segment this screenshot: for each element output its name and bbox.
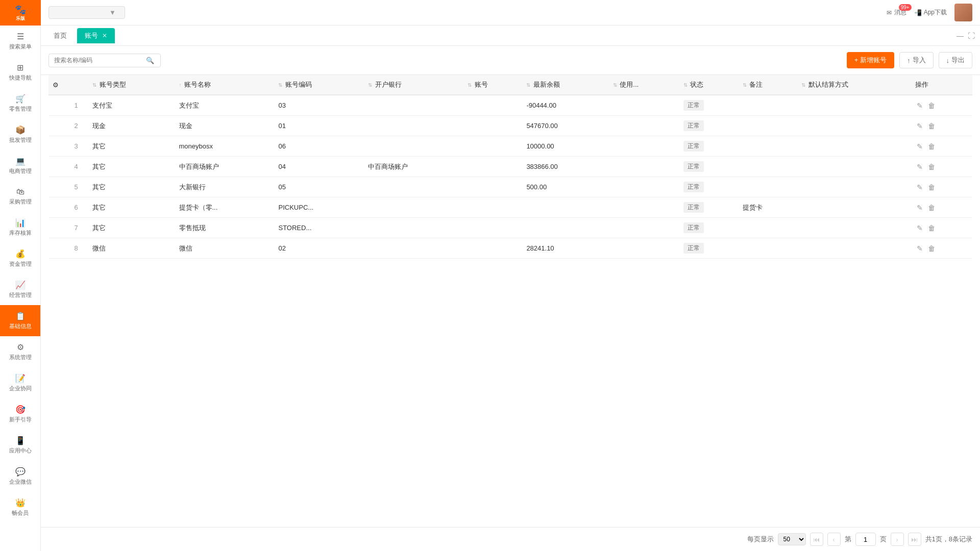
row-status-cell: 正常 xyxy=(679,157,739,177)
newbie-guide-icon: 🎯 xyxy=(15,405,26,414)
row-settings-cell xyxy=(48,238,64,259)
tab-close-icon[interactable]: ✕ xyxy=(102,32,107,39)
sidebar-item-app-center[interactable]: 📱 应用中心 xyxy=(0,430,40,461)
delete-icon[interactable]: 🗑 xyxy=(928,122,935,130)
sidebar-item-capital-mgmt[interactable]: 💰 资金管理 xyxy=(0,243,40,274)
table-row: 4 其它 中百商场账户 04 中百商场账户 383866.00 正常 ✎ 🗑 xyxy=(48,157,972,177)
status-badge: 正常 xyxy=(683,243,704,254)
export-button[interactable]: ↓ 导出 xyxy=(939,52,973,68)
sidebar-item-search-menu[interactable]: ☰ 搜索菜单 xyxy=(0,26,40,57)
col-status-label: 状态 xyxy=(690,81,703,88)
import-button[interactable]: ↑ 导入 xyxy=(899,52,934,68)
messages-button[interactable]: ✉ 消息 99+ xyxy=(887,8,906,17)
sidebar-item-enterprise-wechat[interactable]: 💬 企业微信 xyxy=(0,461,40,492)
tab-home[interactable]: 首页 xyxy=(46,28,75,43)
col-account-name[interactable]: ↑ 账号名称 xyxy=(175,75,275,95)
table-header-row: ⚙ ⇅ 账号类型 ↑ 账号名称 ⇅ xyxy=(48,75,972,95)
col-latest-balance[interactable]: ⇅ 最新余额 xyxy=(522,75,608,95)
delete-icon[interactable]: 🗑 xyxy=(928,204,935,212)
edit-icon[interactable]: ✎ xyxy=(917,244,923,253)
row-account-no-cell xyxy=(463,116,522,136)
tab-account[interactable]: 账号 ✕ xyxy=(77,28,115,43)
edit-icon[interactable]: ✎ xyxy=(917,224,923,232)
logo-text: 乐版 xyxy=(16,15,25,22)
add-account-button[interactable]: + 新增账号 xyxy=(847,52,894,68)
edit-icon[interactable]: ✎ xyxy=(917,183,923,191)
col-usage[interactable]: ⇅ 使用... xyxy=(609,75,679,95)
enterprise-wechat-icon: 💬 xyxy=(15,467,26,477)
row-latest-balance-cell: 10000.00 xyxy=(522,136,608,157)
search-icon[interactable]: 🔍 xyxy=(146,57,154,64)
col-action: 操作 xyxy=(911,75,972,95)
search-wrap[interactable]: 🔍 xyxy=(48,54,161,67)
row-action-cell: ✎ 🗑 xyxy=(911,197,972,218)
sidebar-item-system-mgmt[interactable]: ⚙ 系统管理 xyxy=(0,336,40,367)
messages-badge: 99+ xyxy=(899,4,912,11)
edit-icon[interactable]: ✎ xyxy=(917,142,923,151)
minimize-icon[interactable]: — xyxy=(957,32,964,40)
row-usage-cell xyxy=(609,177,679,197)
status-badge: 正常 xyxy=(683,161,704,172)
sidebar-item-ecommerce-mgmt[interactable]: 💻 电商管理 xyxy=(0,150,40,181)
delete-icon[interactable]: 🗑 xyxy=(928,183,935,191)
top-search-dropdown-icon[interactable]: ▼ xyxy=(109,9,116,16)
last-page-button[interactable]: ⏭ xyxy=(908,533,921,546)
row-default-settlement-cell xyxy=(797,157,911,177)
col-status[interactable]: ⇅ 状态 xyxy=(679,75,739,95)
maximize-icon[interactable]: ⛶ xyxy=(968,32,975,40)
sidebar-item-inventory-calc[interactable]: 📊 库存核算 xyxy=(0,212,40,243)
top-search-input[interactable] xyxy=(53,9,109,16)
col-account-type[interactable]: ⇅ 账号类型 xyxy=(88,75,175,95)
sidebar-item-vip-member[interactable]: 👑 畅会员 xyxy=(0,492,40,523)
row-account-type-cell: 微信 xyxy=(88,238,175,259)
row-status-cell: 正常 xyxy=(679,136,739,157)
sidebar-item-wholesale-mgmt[interactable]: 📦 批发管理 xyxy=(0,119,40,150)
delete-icon[interactable]: 🗑 xyxy=(928,244,935,253)
per-page-select[interactable]: 50 100 200 xyxy=(778,533,806,545)
tab-expand-icon[interactable]: — ⛶ xyxy=(957,32,975,40)
col-account-no[interactable]: ⇅ 账号 xyxy=(463,75,522,95)
row-status-cell: 正常 xyxy=(679,116,739,136)
col-default-settlement[interactable]: ⇅ 默认结算方式 xyxy=(797,75,911,95)
edit-icon[interactable]: ✎ xyxy=(917,204,923,212)
row-remarks-cell xyxy=(739,157,797,177)
sidebar-item-quick-nav[interactable]: ⊞ 快捷导航 xyxy=(0,57,40,88)
delete-icon[interactable]: 🗑 xyxy=(928,102,935,110)
delete-icon[interactable]: 🗑 xyxy=(928,163,935,171)
row-status-cell: 正常 xyxy=(679,218,739,238)
sidebar-item-newbie-guide[interactable]: 🎯 新手引导 xyxy=(0,398,40,430)
row-bank-cell xyxy=(364,95,463,116)
row-remarks-cell xyxy=(739,238,797,259)
user-avatar[interactable] xyxy=(954,4,972,21)
sidebar-item-purchase-mgmt[interactable]: 🛍 采购管理 xyxy=(0,181,40,212)
row-account-code-cell: STORED... xyxy=(274,218,364,238)
sidebar-item-operation-mgmt[interactable]: 📈 经营管理 xyxy=(0,274,40,305)
delete-icon[interactable]: 🗑 xyxy=(928,224,935,232)
edit-icon[interactable]: ✎ xyxy=(917,102,923,110)
system-mgmt-icon: ⚙ xyxy=(17,342,24,352)
search-input[interactable] xyxy=(54,57,146,64)
sidebar-item-retail-mgmt[interactable]: 🛒 零售管理 xyxy=(0,88,40,119)
sort-icon-account-no: ⇅ xyxy=(468,82,472,88)
col-account-code[interactable]: ⇅ 账号编码 xyxy=(274,75,364,95)
col-bank[interactable]: ⇅ 开户银行 xyxy=(364,75,463,95)
col-remarks[interactable]: ⇅ 备注 xyxy=(739,75,797,95)
page-input[interactable] xyxy=(855,533,876,546)
next-page-button[interactable]: › xyxy=(891,533,904,546)
first-page-button[interactable]: ⏮ xyxy=(810,533,823,546)
sidebar-item-basic-info[interactable]: 📋 基础信息 xyxy=(0,305,40,336)
delete-icon[interactable]: 🗑 xyxy=(928,142,935,151)
app-download-button[interactable]: 📲 App下载 xyxy=(914,8,947,17)
table-row: 7 其它 零售抵现 STORED... 正常 ✎ 🗑 xyxy=(48,218,972,238)
prev-page-button[interactable]: ‹ xyxy=(827,533,841,546)
edit-icon[interactable]: ✎ xyxy=(917,163,923,171)
edit-icon[interactable]: ✎ xyxy=(917,122,923,130)
row-account-code-cell: PICKUPC... xyxy=(274,197,364,218)
top-header: ▼ ✉ 消息 99+ 📲 App下载 xyxy=(41,0,980,26)
row-settings-cell xyxy=(48,136,64,157)
sort-icon-usage: ⇅ xyxy=(613,82,617,88)
col-settings[interactable]: ⚙ xyxy=(48,75,64,95)
sidebar-item-enterprise-agreement[interactable]: 📝 企业协同 xyxy=(0,367,40,398)
row-action-cell: ✎ 🗑 xyxy=(911,157,972,177)
top-search-box[interactable]: ▼ xyxy=(48,6,125,19)
